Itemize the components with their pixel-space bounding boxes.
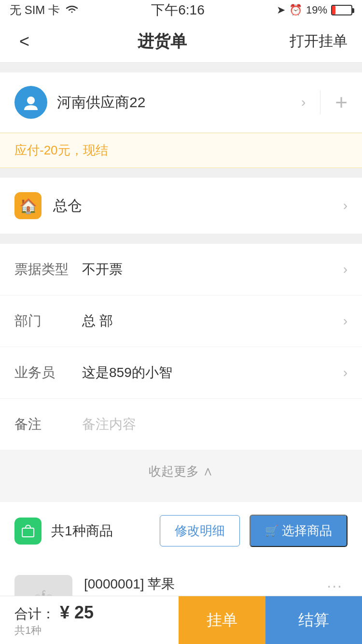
salesperson-row[interactable]: 业务员 这是859的小智 › <box>0 347 362 399</box>
checkout-button[interactable]: 结算 <box>265 596 362 644</box>
products-count: 共1种商品 <box>51 522 150 540</box>
remark-value[interactable]: 备注内容 <box>72 415 348 434</box>
summary-count: 共1种 <box>14 623 164 638</box>
battery-percentage: 19% <box>306 4 327 16</box>
hang-button[interactable]: 挂单 <box>179 596 265 644</box>
salesperson-label: 业务员 <box>14 364 72 382</box>
battery-icon <box>331 5 352 15</box>
total-amount: ¥ 25 <box>60 602 94 623</box>
supplier-avatar <box>14 86 47 119</box>
select-product-button[interactable]: 🛒 选择商品 <box>250 515 348 547</box>
product-more-button[interactable]: ··· <box>322 575 348 597</box>
department-label: 部门 <box>14 312 72 330</box>
supplier-chevron-icon: › <box>301 95 306 110</box>
svg-rect-1 <box>22 528 34 537</box>
wifi-icon <box>65 3 79 17</box>
invoice-type-row[interactable]: 票据类型 不开票 › <box>0 244 362 295</box>
remark-label: 备注 <box>14 415 72 434</box>
product-title: 苹果 <box>148 576 175 591</box>
collapse-toggle[interactable]: 收起更多 ∧ <box>0 450 362 492</box>
summary-total: 合计： ¥ 25 <box>14 602 164 623</box>
total-label: 合计： <box>14 605 55 623</box>
supplier-name: 河南供应商22 <box>57 93 301 112</box>
page-title: 进货单 <box>138 30 187 53</box>
department-row[interactable]: 部门 总 部 › <box>0 295 362 347</box>
status-right: ➤ ⏰ 19% <box>277 4 352 16</box>
department-value: 总 部 <box>72 312 343 330</box>
divider-1 <box>0 63 362 72</box>
warehouse-section: 🏠 总仓 › <box>0 178 362 234</box>
products-header: 共1种商品 修改明细 🛒 选择商品 <box>0 502 362 560</box>
warehouse-chevron-icon: › <box>343 198 348 213</box>
add-btn-divider <box>320 90 320 114</box>
modify-detail-button[interactable]: 修改明细 <box>160 515 240 546</box>
form-section: 票据类型 不开票 › 部门 总 部 › 业务员 这是859的小智 › 备注 备注… <box>0 244 362 450</box>
cart-icon: 🛒 <box>265 525 278 537</box>
warehouse-row[interactable]: 🏠 总仓 › <box>0 178 362 234</box>
status-bar: 无 SIM 卡 下午6:16 ➤ ⏰ 19% <box>0 0 362 20</box>
supplier-notice: 应付-20元，现结 <box>0 133 362 168</box>
back-button[interactable]: < <box>14 27 34 56</box>
nav-bar: < 进货单 打开挂单 <box>0 20 362 63</box>
status-time: 下午6:16 <box>151 1 205 19</box>
select-product-label: 选择商品 <box>282 522 332 539</box>
status-left: 无 SIM 卡 <box>10 2 79 18</box>
bottom-bar: 合计： ¥ 25 共1种 挂单 结算 <box>0 596 362 644</box>
location-icon: ➤ <box>277 4 285 16</box>
summary-area: 合计： ¥ 25 共1种 <box>0 596 179 644</box>
alarm-icon: ⏰ <box>289 4 302 16</box>
open-pending-button[interactable]: 打开挂单 <box>290 31 348 51</box>
salesperson-chevron-icon: › <box>343 365 348 380</box>
add-supplier-button[interactable]: + <box>335 92 348 113</box>
invoice-type-label: 票据类型 <box>14 260 72 279</box>
supplier-section: 河南供应商22 › + 应付-20元，现结 <box>0 72 362 168</box>
divider-3 <box>0 234 362 244</box>
products-icon <box>14 518 42 545</box>
department-chevron-icon: › <box>343 313 348 329</box>
carrier-text: 无 SIM 卡 <box>10 2 60 18</box>
supplier-row[interactable]: 河南供应商22 › + <box>0 72 362 133</box>
remark-row[interactable]: 备注 备注内容 <box>0 399 362 450</box>
salesperson-value: 这是859的小智 <box>72 364 343 382</box>
divider-2 <box>0 168 362 178</box>
product-name: [0000001] 苹果 <box>84 575 310 593</box>
invoice-type-chevron-icon: › <box>343 262 348 277</box>
svg-point-0 <box>27 97 35 104</box>
product-code: [0000001] <box>84 576 144 591</box>
warehouse-icon: 🏠 <box>14 192 42 219</box>
warehouse-name: 总仓 <box>53 196 343 216</box>
invoice-type-value: 不开票 <box>72 260 343 279</box>
